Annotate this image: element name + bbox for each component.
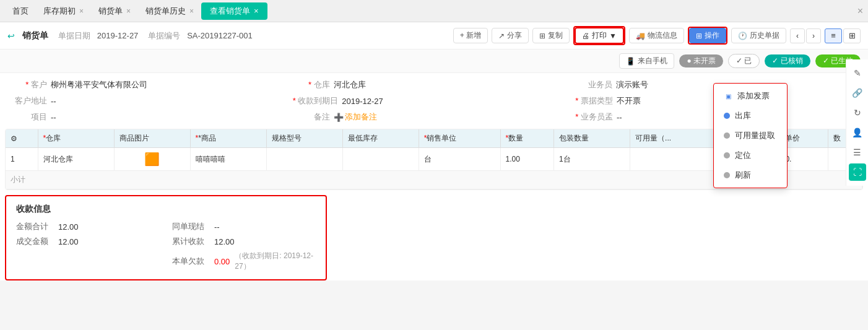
check-button[interactable]: ✓ 已 <box>728 54 760 68</box>
refresh-icon <box>724 172 730 178</box>
copy-button[interactable]: ⊞ 复制 <box>532 28 570 43</box>
link-sidebar-icon[interactable]: 🔗 <box>849 84 866 102</box>
locate-item[interactable]: 定位 <box>714 145 787 165</box>
col-qty: *数量 <box>500 129 553 148</box>
outbound-label: 出库 <box>735 110 751 121</box>
add-note-button[interactable]: ➕ 添加备注 <box>334 111 377 123</box>
phone-button[interactable]: 📱 来自手机 <box>619 53 674 69</box>
note-row: 备注 ➕ 添加备注 <box>293 111 576 123</box>
tab-history[interactable]: 销货单历史 × <box>138 2 201 20</box>
summary-panel: 收款信息 金额合计 12.00 同单现结 -- 成交金额 12.00 累计收款 … <box>5 195 327 280</box>
col-image: 商品图片 <box>114 129 190 148</box>
logistics-button[interactable]: 🚚 物流信息 <box>629 28 684 43</box>
col-settings[interactable]: ⚙ <box>6 129 38 148</box>
date-label: 单据日期 2019-12-27 <box>58 30 138 41</box>
user-sidebar-icon[interactable]: 👤 <box>849 124 866 141</box>
row-warehouse: 河北仓库 <box>38 148 114 171</box>
tab-home-label: 首页 <box>12 6 28 17</box>
tab-inventory[interactable]: 库存期初 × <box>36 2 91 20</box>
tab-inventory-label: 库存期初 <box>43 6 76 17</box>
col-unit: *销售单位 <box>419 129 500 148</box>
outbound-item[interactable]: 出库 <box>714 106 787 126</box>
rotate-sidebar-icon[interactable]: ↻ <box>849 104 866 121</box>
address-label: 客户地址 <box>10 95 47 106</box>
address-row: 客户地址 -- <box>10 95 293 106</box>
col-spec: 规格型号 <box>266 129 342 148</box>
cumulative-item: 累计收款 12.00 <box>172 236 316 247</box>
overdue-note: （收款到期日: 2019-12-27） <box>235 251 316 272</box>
status-button[interactable]: ● 未开票 <box>679 54 723 67</box>
next-arrow[interactable]: › <box>806 28 821 43</box>
tab-sales-close[interactable]: × <box>126 7 131 15</box>
warehouse-label: 仓库 <box>293 79 330 90</box>
new-button[interactable]: + 新增 <box>453 28 488 43</box>
grid-view-btn[interactable]: ⊞ <box>843 28 861 43</box>
prev-arrow[interactable]: ‹ <box>790 28 805 43</box>
tab-history-close[interactable]: × <box>189 7 194 15</box>
same-order-value: -- <box>214 222 220 232</box>
available-qty-item[interactable]: 可用量提取 <box>714 126 787 145</box>
operation-wrapper: ⊞ 操作 <box>688 27 727 45</box>
invoice-icon: ▣ <box>724 92 732 100</box>
row-pack: 1台 <box>554 148 630 171</box>
sales-staff-value: -- <box>617 113 622 122</box>
invoice-type-value: 不开票 <box>617 95 641 106</box>
available-qty-label: 可用量提取 <box>735 130 775 141</box>
list-view-btn[interactable]: ≡ <box>825 28 842 43</box>
outbound-icon <box>724 113 730 119</box>
print-button-wrapper: 🖨 打印 ▼ <box>573 26 625 45</box>
print-button[interactable]: 🖨 打印 ▼ <box>575 27 624 44</box>
edit-sidebar-icon[interactable]: ✎ <box>849 64 866 82</box>
operation-button[interactable]: ⊞ 操作 <box>689 28 726 43</box>
tab-history-label: 销货单历史 <box>145 6 186 17</box>
status-dot: ● <box>687 56 691 65</box>
grid-icon: ⊞ <box>696 32 702 40</box>
plus-icon: ➕ <box>334 113 344 122</box>
tab-view-sales[interactable]: 查看销货单 × <box>201 2 267 20</box>
effective-icon: ✓ <box>823 56 829 65</box>
sold-button[interactable]: ✓ 已核销 <box>765 54 810 67</box>
right-sidebar: ✎ 🔗 ↻ 👤 ☰ ⛶ <box>846 59 868 186</box>
payment-date-label: 收款到期日 <box>293 95 339 106</box>
refresh-label: 刷新 <box>735 170 751 181</box>
locate-icon <box>724 152 730 158</box>
overdue-label: 本单欠款 <box>172 256 209 267</box>
tab-home[interactable]: 首页 <box>5 2 36 20</box>
date-value: 2019-12-27 <box>97 31 139 40</box>
col-warehouse: *仓库 <box>38 129 114 148</box>
refresh-item[interactable]: 刷新 <box>714 165 787 185</box>
project-value: -- <box>51 113 56 122</box>
secondary-toolbar: 📱 来自手机 ● 未开票 ✓ 已 ✓ 已核销 ✓ 已生效 <box>0 50 868 73</box>
history-icon: 🕐 <box>738 32 747 40</box>
tab-inventory-close[interactable]: × <box>79 7 84 15</box>
col-product: **商品 <box>190 129 266 148</box>
cumulative-label: 累计收款 <box>172 236 209 247</box>
row-min-stock <box>342 148 419 171</box>
tab-sales[interactable]: 销货单 × <box>91 2 138 20</box>
customer-label: 客户 <box>10 79 47 90</box>
tab-view-sales-close[interactable]: × <box>254 6 259 15</box>
project-row: 项目 -- <box>10 111 293 123</box>
deal-amount-label: 成交金额 <box>16 236 53 247</box>
fullscreen-sidebar-icon[interactable]: ⛶ <box>849 163 866 181</box>
total-label: 金额合计 <box>16 221 53 232</box>
history-button[interactable]: 🕐 历史单据 <box>731 28 786 43</box>
row-image: 🟧 <box>114 148 190 171</box>
summary-title: 收款信息 <box>16 204 316 215</box>
tab-view-sales-label: 查看销货单 <box>210 6 250 17</box>
print-icon: 🖨 <box>582 32 589 40</box>
add-invoice-item[interactable]: ▣ 添加发票 <box>714 86 787 106</box>
sold-icon: ✓ <box>772 56 778 65</box>
address-value: -- <box>51 97 56 106</box>
add-invoice-label: 添加发票 <box>737 90 770 102</box>
copy-icon: ⊞ <box>539 32 545 40</box>
global-close-button[interactable]: × <box>857 6 863 17</box>
share-button[interactable]: ↗ 分享 <box>492 28 529 43</box>
no-label: 单据编号 SA-20191227-001 <box>148 30 252 41</box>
row-unit: 台 <box>419 148 500 171</box>
invoice-type-label: 票据类型 <box>575 95 613 106</box>
tab-bar: 首页 库存期初 × 销货单 × 销货单历史 × 查看销货单 × × <box>0 0 868 22</box>
doc-meta: 单据日期 2019-12-27 单据编号 SA-20191227-001 <box>58 30 253 41</box>
view-toggle: ≡ ⊞ <box>825 28 861 43</box>
list-sidebar-icon[interactable]: ☰ <box>849 144 866 161</box>
